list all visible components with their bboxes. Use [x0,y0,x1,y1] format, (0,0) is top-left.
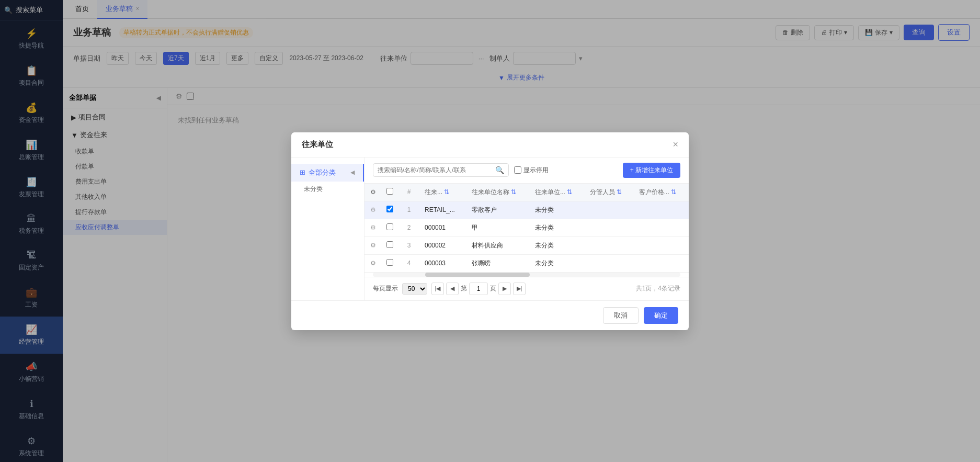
table-row[interactable]: ⚙ 4 000003 张嘶嗙 未分类 [364,254,689,272]
page-suffix: 页 [490,284,496,293]
row-manager [585,236,634,254]
row-settings-icon[interactable]: ⚙ [370,206,376,213]
row-name: 张嘶嗙 [466,254,530,272]
row-code: 000001 [419,219,466,236]
prev-page-button[interactable]: ◀ [446,283,459,295]
first-page-button[interactable]: |◀ [431,283,444,295]
row-category: 未分类 [530,254,585,272]
cancel-label: 取消 [614,311,628,319]
row-manager [585,201,634,219]
search-icon: 🔍 [495,166,504,174]
table-row[interactable]: ⚙ 3 000002 材料供应商 未分类 [364,236,689,254]
row-manager [585,254,634,272]
cancel-button[interactable]: 取消 [603,307,639,324]
dialog-unit: 往来单位 × ⊞ 全部分类 ◀ 未分类 [291,132,689,330]
dialog-body: ⊞ 全部分类 ◀ 未分类 🔍 显示停用 [291,157,689,300]
th-price: 客户价格... ⇅ [634,184,689,201]
row-settings-icon[interactable]: ⚙ [370,260,376,267]
row-checkbox[interactable] [386,241,393,248]
scroll-thumb[interactable] [425,273,530,277]
page-nav: |◀ ◀ 第 页 ▶ ▶| [431,283,526,295]
row-settings-icon[interactable]: ⚙ [370,224,376,231]
table-row[interactable]: ⚙ 2 000001 甲 未分类 [364,219,689,236]
dialog-title: 往来单位 [302,140,333,150]
table-row[interactable]: ⚙ 1 RETAIL_... 零散客户 未分类 [364,201,689,219]
close-icon[interactable]: × [673,140,678,149]
row-checkbox[interactable] [386,259,393,266]
dialog-header: 往来单位 × [291,132,689,157]
dialog-pagination: 每页显示 50 |◀ ◀ 第 页 ▶ ▶| 共1页，4条记录 [364,277,689,300]
row-checkbox[interactable] [386,206,393,212]
row-name: 甲 [466,219,530,236]
th-name: 往来单位名称 ⇅ [466,184,530,201]
dialog-sidebar-all-label: 全部分类 [309,168,336,177]
modal-overlay: 往来单位 × ⊞ 全部分类 ◀ 未分类 [0,0,980,462]
row-code: 000003 [419,254,466,272]
page-input[interactable] [469,283,488,295]
row-category: 未分类 [530,201,585,219]
row-name: 材料供应商 [466,236,530,254]
row-name: 零散客户 [466,201,530,219]
units-table: ⚙ # 往来... ⇅ 往来单位名称 ⇅ 往来单位... ⇅ 分管人员 ⇅ 客户… [364,184,689,273]
horizontal-scrollbar[interactable] [373,273,680,277]
th-manager: 分管人员 ⇅ [585,184,634,201]
search-input[interactable] [378,166,492,174]
row-category: 未分类 [530,219,585,236]
select-all-table-checkbox[interactable] [386,188,393,195]
table-header-row: ⚙ # 往来... ⇅ 往来单位名称 ⇅ 往来单位... ⇅ 分管人员 ⇅ 客户… [364,184,689,201]
show-disabled-text: 显示停用 [523,166,549,175]
row-price [634,201,689,219]
dialog-sidebar: ⊞ 全部分类 ◀ 未分类 [291,157,364,300]
page-total: 共1页，4条记录 [636,284,680,293]
th-settings: ⚙ [364,184,381,201]
row-num: 1 [398,201,419,219]
dialog-main: 🔍 显示停用 + 新增往来单位 ⚙ [364,157,689,300]
add-button-label: + 新增往来单位 [630,166,673,174]
th-num: # [398,184,419,201]
row-num: 3 [398,236,419,254]
row-num: 4 [398,254,419,272]
dialog-sidebar-unclassified-label: 未分类 [304,185,323,193]
row-checkbox[interactable] [386,223,393,230]
dialog-toolbar: 🔍 显示停用 + 新增往来单位 [364,157,689,184]
dialog-sidebar-collapse-icon[interactable]: ◀ [350,169,355,176]
dialog-table-wrap: ⚙ # 往来... ⇅ 往来单位名称 ⇅ 往来单位... ⇅ 分管人员 ⇅ 客户… [364,184,689,273]
th-code: 往来... ⇅ [419,184,466,201]
show-disabled-label[interactable]: 显示停用 [514,166,549,175]
per-page-label: 每页显示 [373,284,398,293]
add-unit-button[interactable]: + 新增往来单位 [623,163,680,178]
row-code: 000002 [419,236,466,254]
page-label: 第 [461,284,467,293]
grid-icon: ⊞ [300,168,305,176]
th-category: 往来单位... ⇅ [530,184,585,201]
dialog-sidebar-all[interactable]: ⊞ 全部分类 ◀ [291,164,364,182]
search-box[interactable]: 🔍 [373,163,509,177]
row-price [634,219,689,236]
row-category: 未分类 [530,236,585,254]
row-settings-icon[interactable]: ⚙ [370,242,376,249]
row-price [634,236,689,254]
next-page-button[interactable]: ▶ [498,283,511,295]
dialog-footer: 取消 确定 [291,300,689,330]
last-page-button[interactable]: ▶| [513,283,526,295]
row-num: 2 [398,219,419,236]
per-page-select[interactable]: 50 [402,283,427,295]
row-manager [585,219,634,236]
row-price [634,254,689,272]
table-body: ⚙ 1 RETAIL_... 零散客户 未分类 ⚙ [364,201,689,272]
confirm-button[interactable]: 确定 [644,307,678,324]
row-code: RETAIL_... [419,201,466,219]
confirm-label: 确定 [654,311,668,319]
dialog-sidebar-unclassified[interactable]: 未分类 [291,182,364,197]
th-checkbox [381,184,398,201]
show-disabled-checkbox[interactable] [514,166,521,174]
